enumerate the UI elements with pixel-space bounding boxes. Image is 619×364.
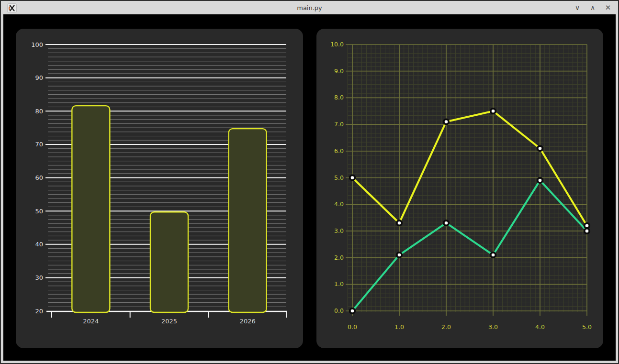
- y-tick-label: 80: [35, 108, 43, 115]
- y-tick-label: 1.0: [334, 280, 344, 287]
- y-tick-label: 2.0: [334, 254, 344, 261]
- y-tick-label: 60: [35, 174, 43, 181]
- app-window: main.py ∨ ∧ ✕ 10090807060504030202024202…: [1, 1, 618, 363]
- y-tick-label: 70: [35, 141, 43, 148]
- x-tick-label: 2.0: [441, 323, 451, 331]
- minimize-button[interactable]: ∨: [572, 2, 583, 13]
- y-tick-label: 100: [31, 41, 43, 48]
- content-area: 1009080706050403020202420252026 0.01.02.…: [3, 14, 616, 361]
- line-chart-panel: 0.01.02.03.04.05.06.07.08.09.010.00.01.0…: [316, 29, 603, 348]
- x-tick-label: 4.0: [535, 323, 545, 331]
- y-tick-label: 8.0: [334, 94, 344, 101]
- y-tick-label: 20: [35, 308, 43, 315]
- window-title: main.py: [297, 4, 322, 11]
- x-tick-label: 2024: [83, 318, 99, 325]
- green-series-point: [350, 309, 355, 313]
- y-tick-label: 9.0: [334, 67, 344, 75]
- x-tick-label: 2025: [161, 318, 177, 325]
- titlebar[interactable]: main.py ∨ ∧ ✕: [1, 1, 618, 14]
- bar-2025: [150, 212, 188, 312]
- x-tick-label: 2026: [240, 318, 256, 325]
- bar-chart-panel: 1009080706050403020202420252026: [16, 29, 303, 348]
- x11-logo-icon: [7, 3, 17, 13]
- y-tick-label: 40: [35, 241, 43, 248]
- y-tick-label: 3.0: [334, 227, 344, 234]
- x-tick-label: 0.0: [348, 323, 357, 331]
- green-series-point: [491, 253, 495, 257]
- y-tick-label: 5.0: [334, 174, 344, 181]
- yellow-series-point: [444, 119, 449, 124]
- y-tick-label: 7.0: [334, 121, 344, 128]
- maximize-button[interactable]: ∧: [587, 2, 598, 13]
- green-series-point: [585, 229, 589, 233]
- x-tick-label: 3.0: [488, 323, 498, 331]
- y-tick-label: 4.0: [334, 200, 344, 208]
- green-series-point: [397, 253, 402, 257]
- y-tick-label: 6.0: [334, 147, 344, 154]
- y-tick-label: 90: [35, 74, 43, 81]
- yellow-series-point: [350, 175, 355, 180]
- close-button[interactable]: ✕: [603, 2, 613, 13]
- y-tick-label: 30: [35, 274, 43, 281]
- bar-2026: [229, 129, 267, 312]
- x-tick-label: 1.0: [394, 323, 404, 331]
- green-series-point: [444, 221, 449, 225]
- line-chart: 0.01.02.03.04.05.06.07.08.09.010.00.01.0…: [316, 29, 603, 348]
- bar-chart: 1009080706050403020202420252026: [16, 29, 303, 348]
- yellow-series-point: [397, 221, 402, 225]
- green-series-point: [538, 178, 542, 183]
- y-tick-label: 50: [35, 208, 43, 215]
- yellow-series-point: [491, 109, 495, 113]
- yellow-series-point: [585, 223, 589, 228]
- yellow-series-point: [538, 146, 542, 151]
- bar-2024: [72, 106, 110, 312]
- y-tick-label: 10.0: [330, 41, 344, 48]
- x-tick-label: 5.0: [582, 323, 592, 331]
- y-tick-label: 0.0: [334, 307, 344, 314]
- window-controls: ∨ ∧ ✕: [572, 1, 613, 14]
